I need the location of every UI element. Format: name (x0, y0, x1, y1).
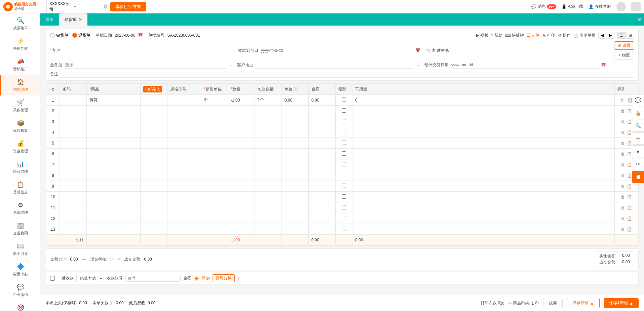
user-avatar[interactable] (616, 2, 626, 11)
sidebar-item-sales[interactable]: 🏠 销售管理 (0, 75, 40, 95)
row-gift-checkbox[interactable] (342, 194, 346, 199)
row-product[interactable] (87, 159, 141, 170)
copy-icon[interactable]: 📋 (627, 109, 632, 113)
row-pkg-qty[interactable] (255, 106, 282, 116)
row-qty[interactable] (228, 127, 255, 138)
delete-icon[interactable]: 🗑 (620, 98, 624, 103)
delete-icon[interactable]: 🗑 (621, 152, 625, 156)
copy-icon[interactable]: 📋 (627, 205, 632, 210)
delete-icon[interactable]: 🗑 (621, 141, 625, 146)
save-draft-btn[interactable]: 保存草稿 ▲ (567, 298, 600, 308)
row-amount[interactable] (309, 106, 336, 116)
row-barcode[interactable] (60, 170, 87, 181)
nav-prev-btn[interactable]: ◀ (598, 32, 606, 39)
rf-messages-btn[interactable]: 💬 (632, 94, 644, 106)
row-product[interactable] (87, 149, 141, 159)
row-gift-checkbox[interactable] (342, 184, 346, 188)
row-qty[interactable] (228, 106, 255, 116)
history-btn[interactable]: 📄 历史单据 (573, 33, 596, 38)
calendar-icon[interactable]: 📅 (138, 33, 143, 38)
row-unit-price[interactable] (282, 224, 309, 235)
copy-icon[interactable]: 📋 (627, 173, 632, 178)
row-gift[interactable] (336, 181, 352, 192)
tab-close-icon[interactable]: ✕ (79, 17, 82, 22)
select-btn[interactable]: ☰ 选单 (527, 33, 539, 38)
calc-method-select[interactable]: 结算方式 (76, 275, 104, 282)
sidebar-item-operations[interactable]: 📊 经营管理 (0, 157, 40, 178)
online-service-button[interactable]: 👤 在线客服 (589, 4, 611, 9)
row-amount[interactable]: 0.00 (309, 95, 336, 106)
one-click-checkbox[interactable] (50, 276, 55, 281)
row-barcode[interactable] (60, 95, 87, 106)
copy-icon[interactable]: 📋 (627, 227, 632, 232)
product-type-icon[interactable]: ◎ (508, 301, 512, 306)
messages-button[interactable]: 💬 消息 99+ (531, 4, 556, 9)
rf-active-btn[interactable]: 📋 (632, 171, 644, 183)
row-pkg-qty[interactable] (255, 202, 282, 213)
save-new-btn[interactable]: 保存&新增 ▲ (604, 298, 639, 308)
row-pkg-qty[interactable] (255, 116, 282, 127)
row-qty[interactable] (228, 149, 255, 159)
rf-star-btn[interactable]: ★ (632, 145, 644, 157)
rf-edit-btn[interactable]: ✏ (632, 132, 644, 145)
row-spec[interactable] (167, 224, 201, 235)
remarks-input[interactable] (60, 71, 634, 78)
row-product[interactable] (87, 181, 141, 192)
row-qty[interactable] (228, 116, 255, 127)
radio-return[interactable]: 退货单 (72, 33, 90, 38)
add-icon[interactable]: ⊕ (194, 275, 199, 282)
row-spec[interactable] (167, 202, 201, 213)
row-gift[interactable] (336, 106, 352, 116)
row-barcode[interactable] (60, 116, 87, 127)
delete-icon[interactable]: 🗑 (621, 119, 625, 124)
row-pkg-qty[interactable] (255, 138, 282, 149)
expense-btn[interactable]: 费用分摊 (213, 274, 235, 282)
due-date-input[interactable] (260, 47, 414, 54)
user-menu-icon[interactable] (631, 2, 641, 11)
row-unit[interactable] (201, 213, 228, 224)
salesperson-more-icon[interactable]: ··· (228, 63, 232, 68)
sidebar-item-guide[interactable]: 📖 新手引导 (0, 239, 40, 260)
row-gift[interactable] (336, 95, 352, 106)
row-unit-price[interactable] (282, 106, 309, 116)
copy-icon[interactable]: 📋 (627, 184, 632, 189)
sidebar-item-wechat[interactable]: 💬 企业微信 (0, 280, 40, 301)
abandon-btn[interactable]: 放弃 (543, 298, 563, 308)
shortcut-btn[interactable]: ⌨ 快捷键 (505, 33, 524, 38)
delete-icon[interactable]: 🗑 (621, 109, 625, 113)
delete-icon[interactable]: 🗑 (621, 227, 625, 232)
row-unit[interactable] (201, 159, 228, 170)
account-input[interactable] (125, 275, 181, 282)
company-selector[interactable]: XXXXXX公司 ▾ (46, 0, 100, 13)
row-unit[interactable] (201, 224, 228, 235)
row-product[interactable] (87, 116, 141, 127)
delete-icon[interactable]: 🗑 (621, 184, 625, 189)
row-barcode[interactable] (60, 149, 87, 159)
row-unit[interactable] (201, 170, 228, 181)
row-unit-price[interactable] (282, 213, 309, 224)
row-qty[interactable]: -1.00 (228, 95, 255, 106)
row-spec[interactable] (167, 159, 201, 170)
row-pkg-qty[interactable] (255, 192, 282, 202)
row-unit-price[interactable] (282, 127, 309, 138)
tab-sales-return[interactable]: 销货单 ✕ (59, 13, 87, 26)
row-unit[interactable] (201, 181, 228, 192)
row-pkg-qty[interactable] (255, 213, 282, 224)
row-barcode[interactable] (60, 159, 87, 170)
row-gift[interactable] (336, 138, 352, 149)
row-product[interactable] (87, 138, 141, 149)
row-unit-price[interactable] (282, 181, 309, 192)
row-qty[interactable] (228, 202, 255, 213)
delete-icon[interactable]: 🗑 (621, 162, 625, 167)
row-product[interactable] (87, 192, 141, 202)
row-barcode[interactable] (60, 127, 87, 138)
row-qty[interactable] (228, 159, 255, 170)
row-unit-price[interactable] (282, 159, 309, 170)
rf-search-btn[interactable]: 🔍 (632, 120, 644, 132)
copy-icon[interactable]: 📋 (627, 195, 632, 199)
delete-icon[interactable]: 🗑 (621, 195, 625, 199)
sidebar-item-purchase[interactable]: 🛒 采购管理 (0, 95, 40, 116)
row-gift[interactable] (336, 202, 352, 213)
expected-delivery-input[interactable] (450, 62, 600, 69)
row-unit[interactable] (201, 106, 228, 116)
